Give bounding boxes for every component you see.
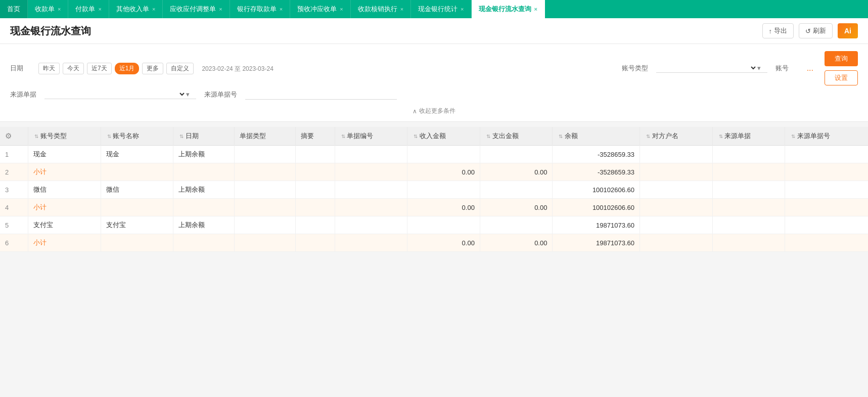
cell-source-doc-no: [785, 146, 868, 163]
nav-shoukuandan[interactable]: 收款单 ×: [28, 0, 68, 18]
nav-cash-flow[interactable]: 现金银行流水查询 ×: [472, 0, 545, 18]
table-row: 6小计0.000.0019871073.60: [0, 234, 868, 252]
row-number: 5: [0, 216, 28, 234]
top-nav: 首页 收款单 × 付款单 × 其他收入单 × 应收应付调整单 × 银行存取款单 …: [0, 0, 868, 18]
page-title: 现金银行流水查询: [10, 24, 91, 38]
cell-source-doc-no: [785, 216, 868, 234]
col-income[interactable]: ⇅ 收入金额: [407, 127, 480, 146]
cell-balance: -3528659.33: [553, 146, 640, 163]
refresh-icon: ↺: [805, 27, 811, 35]
cell-source-doc: [712, 234, 785, 252]
date-btn-more[interactable]: 更多: [142, 63, 163, 74]
account-more-icon[interactable]: ...: [804, 64, 816, 73]
nav-prepay[interactable]: 预收冲应收单 ×: [290, 0, 350, 18]
cell-balance: 19871073.60: [553, 234, 640, 252]
export-button[interactable]: ↑ 导出: [762, 23, 794, 38]
close-icon[interactable]: ×: [219, 6, 222, 12]
date-btn-custom[interactable]: 自定义: [166, 63, 194, 74]
date-btn-1month[interactable]: 近1月: [115, 63, 140, 74]
table-row: 3微信微信上期余额100102606.60: [0, 181, 868, 199]
col-account-name[interactable]: ⇅ 账号名称: [101, 127, 173, 146]
nav-home[interactable]: 首页: [0, 0, 28, 18]
chevron-down-icon: ▾: [757, 64, 761, 72]
cell-balance: 100102606.60: [553, 181, 640, 199]
source-doc-label: 来源单据: [10, 90, 36, 99]
account-type-select[interactable]: 现金 微信 支付宝: [656, 64, 757, 72]
nav-adjustment[interactable]: 应收应付调整单 ×: [163, 0, 230, 18]
cell-account-type: 小计: [28, 163, 101, 181]
close-icon[interactable]: ×: [534, 6, 537, 12]
col-gear[interactable]: ⚙: [0, 127, 28, 146]
refresh-button[interactable]: ↺ 刷新: [799, 23, 833, 38]
cell-account-name: [101, 199, 173, 216]
row-number: 6: [0, 234, 28, 252]
close-icon[interactable]: ×: [280, 6, 283, 12]
cell-account-type: 微信: [28, 181, 101, 199]
nav-fukuandan[interactable]: 付款单 ×: [68, 0, 109, 18]
nav-bank-deposit[interactable]: 银行存取款单 ×: [230, 0, 290, 18]
cell-source-doc: [712, 163, 785, 181]
source-doc-select[interactable]: [44, 90, 186, 99]
cell-summary: [295, 234, 335, 252]
cell-summary: [295, 216, 335, 234]
cell-account-type: 小计: [28, 234, 101, 252]
date-btn-7days[interactable]: 近7天: [87, 63, 112, 74]
table-row: 1现金现金上期余额-3528659.33: [0, 146, 868, 163]
cell-income: [407, 146, 480, 163]
col-expense[interactable]: ⇅ 支出金额: [480, 127, 553, 146]
cell-doc-type: [235, 216, 296, 234]
account-label: 账号: [775, 64, 796, 73]
row-number: 1: [0, 146, 28, 163]
row-number: 3: [0, 181, 28, 199]
query-button[interactable]: 查询: [825, 51, 858, 66]
close-icon[interactable]: ×: [340, 6, 343, 12]
ai-button[interactable]: Ai: [838, 23, 858, 38]
cell-doc-type: [235, 181, 296, 199]
main-table: ⚙ ⇅ 账号类型 ⇅ 账号名称 ⇅ 日期 单据类型 摘要 ⇅ 单据编号 ⇅ 收入…: [0, 127, 868, 252]
table-row: 4小计0.000.00100102606.60: [0, 199, 868, 216]
close-icon[interactable]: ×: [98, 6, 101, 12]
col-account-type[interactable]: ⇅ 账号类型: [28, 127, 101, 146]
col-source-doc-no[interactable]: ⇅ 来源单据号: [785, 127, 868, 146]
cell-account-name: 现金: [101, 146, 173, 163]
close-icon[interactable]: ×: [152, 6, 155, 12]
close-icon[interactable]: ×: [461, 6, 464, 12]
cell-source-doc-no: [785, 234, 868, 252]
cell-doc-no: [335, 216, 407, 234]
cell-income: 0.00: [407, 199, 480, 216]
cell-counterpart: [640, 146, 713, 163]
cell-summary: [295, 181, 335, 199]
date-btn-yesterday[interactable]: 昨天: [38, 63, 60, 74]
nav-cash-stats[interactable]: 现金银行统计 ×: [411, 0, 471, 18]
col-counterpart[interactable]: ⇅ 对方户名: [640, 127, 713, 146]
col-doc-type[interactable]: 单据类型: [235, 127, 296, 146]
cell-account-name: [101, 234, 173, 252]
cell-balance: 19871073.60: [553, 216, 640, 234]
nav-verify[interactable]: 收款核销执行 ×: [351, 0, 411, 18]
cell-source-doc: [712, 216, 785, 234]
close-icon[interactable]: ×: [58, 6, 61, 12]
col-summary[interactable]: 摘要: [295, 127, 335, 146]
cell-expense: [480, 146, 553, 163]
source-doc-no-label: 来源单据号: [204, 90, 237, 99]
close-icon[interactable]: ×: [400, 6, 403, 12]
table-row: 5支付宝支付宝上期余额19871073.60: [0, 216, 868, 234]
source-doc-no-input[interactable]: [245, 90, 397, 100]
cell-summary: [295, 146, 335, 163]
filter-row-source: 来源单据 ▾ 来源单据号: [10, 90, 858, 100]
date-btn-today[interactable]: 今天: [63, 63, 84, 74]
col-balance[interactable]: ⇅ 余额: [553, 127, 640, 146]
col-date[interactable]: ⇅ 日期: [173, 127, 235, 146]
row-number: 4: [0, 199, 28, 216]
page-header: 现金银行流水查询 ↑ 导出 ↺ 刷新 Ai: [0, 18, 868, 44]
date-label: 日期: [10, 64, 30, 73]
nav-other-income[interactable]: 其他收入单 ×: [109, 0, 163, 18]
col-doc-no[interactable]: ⇅ 单据编号: [335, 127, 407, 146]
filter-area: 日期 昨天 今天 近7天 近1月 更多 自定义 2023-02-24 至 202…: [0, 44, 868, 122]
cell-doc-no: [335, 199, 407, 216]
table-header-row: ⚙ ⇅ 账号类型 ⇅ 账号名称 ⇅ 日期 单据类型 摘要 ⇅ 单据编号 ⇅ 收入…: [0, 127, 868, 146]
col-source-doc[interactable]: ⇅ 来源单据: [712, 127, 785, 146]
settings-button[interactable]: 设置: [825, 70, 858, 85]
collapse-bar[interactable]: ∧ 收起更多条件: [10, 104, 858, 116]
table-wrapper: ⚙ ⇅ 账号类型 ⇅ 账号名称 ⇅ 日期 单据类型 摘要 ⇅ 单据编号 ⇅ 收入…: [0, 127, 868, 252]
